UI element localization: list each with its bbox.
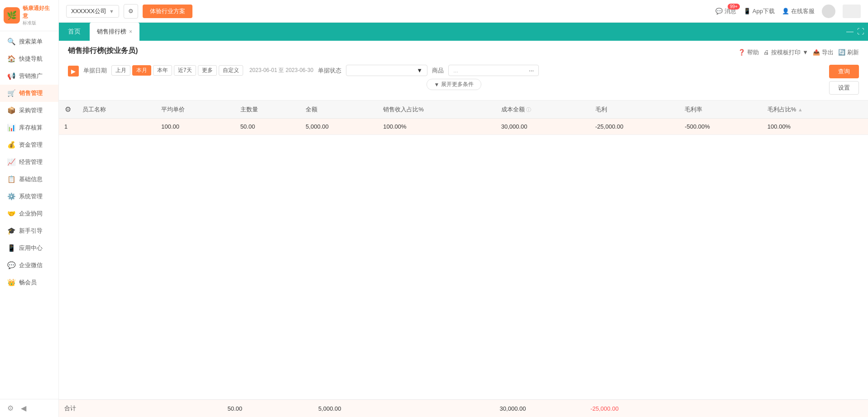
- cell-sales-pct: 100.00%: [378, 119, 495, 135]
- cost-info-icon[interactable]: ⓘ: [526, 107, 531, 112]
- sidebar-label-collab: 企业协同: [19, 210, 43, 218]
- sidebar-label-search: 搜索菜单: [19, 38, 43, 46]
- company-selector[interactable]: XXXXXX公司 ▼: [66, 5, 119, 18]
- sidebar-footer: ⚙ ◀: [0, 399, 58, 417]
- purchase-icon: 📦: [7, 106, 15, 115]
- sidebar-label-quick-nav: 快捷导航: [19, 55, 43, 63]
- export-icon: 📤: [813, 49, 820, 56]
- cell-amount: 5,000.00: [300, 119, 378, 135]
- expand-icon: ▼: [434, 81, 440, 88]
- query-button[interactable]: 查询: [829, 65, 859, 78]
- goods-ellipsis: ···: [529, 67, 534, 74]
- filter-toggle-button[interactable]: ▶: [68, 66, 79, 77]
- message-button[interactable]: 💬 消息 99+: [715, 7, 736, 15]
- status-filter-label: 单据状态: [318, 67, 341, 75]
- chevron-down-icon: ▼: [109, 9, 114, 14]
- footer-spacer2: [681, 405, 772, 412]
- col-header-amount: 全额: [300, 101, 378, 119]
- tab-close-button[interactable]: ×: [129, 29, 132, 35]
- sidebar-item-finance[interactable]: 💰 资金管理: [0, 136, 58, 153]
- message-icon: 💬: [715, 8, 723, 14]
- help-button[interactable]: ❓ 帮助: [738, 48, 759, 57]
- sidebar-item-member[interactable]: 👑 畅会员: [0, 274, 58, 291]
- footer-spacer: [91, 405, 228, 412]
- cell-gross-pct: 100.00%: [762, 119, 868, 135]
- wechat-icon: 💬: [7, 261, 15, 269]
- sidebar-item-basic[interactable]: 📋 基础信息: [0, 171, 58, 188]
- page-content: 销售排行榜(按业务员) ❓ 帮助 🖨 按模板打印 ▼: [59, 41, 868, 417]
- filter-panel: 销售排行榜(按业务员) ❓ 帮助 🖨 按模板打印 ▼: [59, 41, 868, 101]
- inventory-icon: 📊: [7, 124, 15, 132]
- expand-conditions-button[interactable]: ▼ 展开更多条件: [427, 79, 482, 90]
- sidebar-item-sales[interactable]: 🛒 销售管理: [0, 85, 58, 102]
- date-btn-more[interactable]: 更多: [198, 65, 217, 76]
- logo-icon: 🌿: [4, 7, 20, 24]
- sidebar-item-wechat[interactable]: 💬 企业微信: [0, 257, 58, 274]
- top-header: XXXXXX公司 ▼ ⚙ 体验行业方案 💬 消息 99+ 📱 App下载 👤 在…: [59, 0, 868, 23]
- sidebar-item-system[interactable]: ⚙️ 系统管理: [0, 188, 58, 205]
- export-button[interactable]: 📤 导出: [813, 48, 834, 57]
- expand-bar: ▼ 展开更多条件: [83, 76, 825, 90]
- sidebar-label-operation: 经营管理: [19, 158, 43, 166]
- sidebar-label-inventory: 库存核算: [19, 124, 43, 132]
- print-template-button[interactable]: 🖨 按模板打印 ▼: [763, 48, 808, 57]
- date-btn-this-year[interactable]: 本年: [153, 65, 172, 76]
- sidebar-label-app-center: 应用中心: [19, 244, 43, 252]
- cell-main-qty: 50.00: [235, 119, 300, 135]
- sidebar-label-purchase: 采购管理: [19, 106, 43, 115]
- sidebar-item-beginner[interactable]: 🎓 新手引导: [0, 222, 58, 240]
- goods-placeholder: ...: [453, 67, 458, 74]
- table-settings-header[interactable]: ⚙: [59, 101, 77, 119]
- settings-footer-icon[interactable]: ⚙: [7, 404, 14, 412]
- marketing-icon: 📢: [7, 72, 15, 80]
- app-download-button[interactable]: 📱 App下载: [743, 7, 775, 15]
- export-label: 导出: [822, 48, 834, 57]
- gross-pct-info-icon[interactable]: ▲: [798, 107, 803, 112]
- sidebar-item-marketing[interactable]: 📢 营销推广: [0, 67, 58, 85]
- member-icon: 👑: [7, 278, 15, 287]
- col-header-gross-margin: 毛利率: [679, 101, 762, 119]
- date-range-text: 2023-06-01 至 2023-06-30: [249, 67, 313, 74]
- main-area: XXXXXX公司 ▼ ⚙ 体验行业方案 💬 消息 99+ 📱 App下载 👤 在…: [59, 0, 868, 417]
- sidebar-item-search[interactable]: 🔍 搜索菜单: [0, 33, 58, 50]
- settings-button[interactable]: ⚙: [124, 4, 138, 19]
- tab-minimize-button[interactable]: —: [846, 28, 854, 36]
- user-name-area: [843, 5, 861, 18]
- sidebar-item-enterprise-collab[interactable]: 🤝 企业协同: [0, 205, 58, 222]
- sidebar: 🌿 畅康通好生意 标准版 🔍 搜索菜单 🏠 快捷导航 📢 营销推广 🛒 销售管理…: [0, 0, 59, 417]
- user-avatar[interactable]: [822, 5, 835, 18]
- service-icon: 👤: [782, 8, 789, 14]
- table-area: ⚙ 员工名称 平均单价 主数量 全额 销售收入占比% 成本全额 ⓘ 毛利 毛利率…: [59, 101, 868, 399]
- tab-sales-ranking[interactable]: 销售排行榜 ×: [90, 23, 139, 41]
- operation-icon: 📈: [7, 158, 15, 166]
- online-service-button[interactable]: 👤 在线客服: [782, 7, 815, 15]
- sidebar-item-app-center[interactable]: 📱 应用中心: [0, 240, 58, 257]
- refresh-button[interactable]: 🔄 刷新: [838, 48, 859, 57]
- app-icon: 📱: [743, 8, 751, 14]
- tab-bar: 首页 销售排行榜 × — ⛶: [59, 23, 868, 41]
- tab-home[interactable]: 首页: [59, 23, 90, 41]
- sidebar-nav: 🔍 搜索菜单 🏠 快捷导航 📢 营销推广 🛒 销售管理 📦 采购管理 📊 库存核…: [0, 31, 58, 399]
- tab-actions: — ⛶: [846, 28, 868, 36]
- date-btn-this-month[interactable]: 本月: [132, 65, 151, 76]
- filter-toolbar: ❓ 帮助 🖨 按模板打印 ▼ 📤 导出: [738, 48, 859, 57]
- sidebar-item-operation[interactable]: 📈 经营管理: [0, 153, 58, 171]
- col-header-employee: 员工名称: [77, 101, 156, 119]
- sidebar-item-quick-nav[interactable]: 🏠 快捷导航: [0, 50, 58, 67]
- collapse-sidebar-icon[interactable]: ◀: [21, 404, 26, 412]
- settings-button-filter[interactable]: 设置: [829, 81, 859, 95]
- col-header-main-qty: 主数量: [235, 101, 300, 119]
- goods-select[interactable]: ... ···: [448, 65, 539, 76]
- sidebar-item-purchase[interactable]: 📦 采购管理: [0, 102, 58, 119]
- home-icon: 🏠: [7, 55, 15, 63]
- action-buttons: 查询 设置: [829, 65, 859, 95]
- footer-total-label: 合计: [64, 404, 91, 412]
- sidebar-item-inventory[interactable]: 📊 库存核算: [0, 119, 58, 136]
- table-footer: 合计 50.00 5,000.00 30,000.00 -25,000.00: [59, 399, 868, 417]
- tab-maximize-button[interactable]: ⛶: [857, 28, 864, 36]
- date-btn-7days[interactable]: 近7天: [174, 65, 196, 76]
- date-btn-custom[interactable]: 自定义: [219, 65, 243, 76]
- date-btn-last-month[interactable]: 上月: [111, 65, 130, 76]
- trial-industry-button[interactable]: 体验行业方案: [143, 5, 192, 18]
- status-select[interactable]: ▼: [346, 65, 427, 76]
